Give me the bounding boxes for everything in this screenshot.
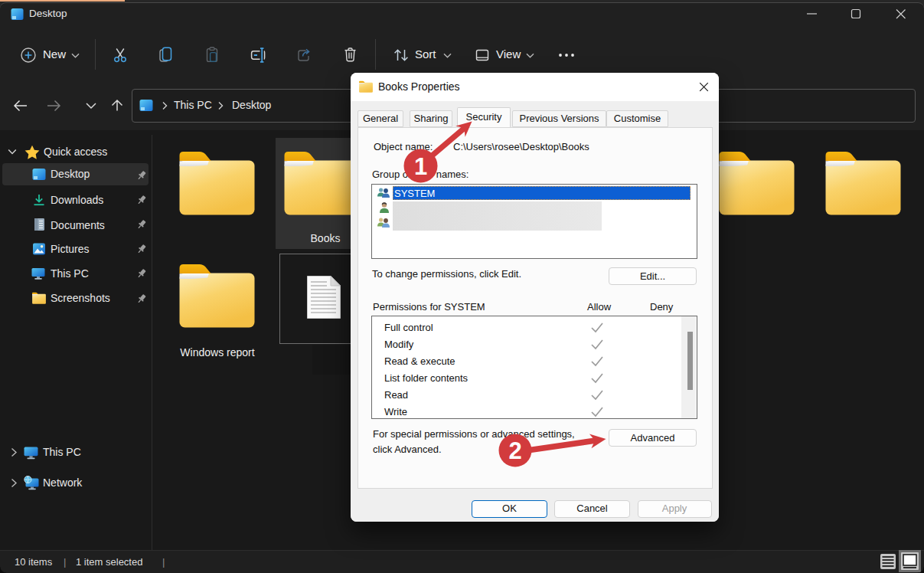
svg-text:1: 1 [414, 153, 427, 180]
svg-text:2: 2 [508, 437, 521, 464]
